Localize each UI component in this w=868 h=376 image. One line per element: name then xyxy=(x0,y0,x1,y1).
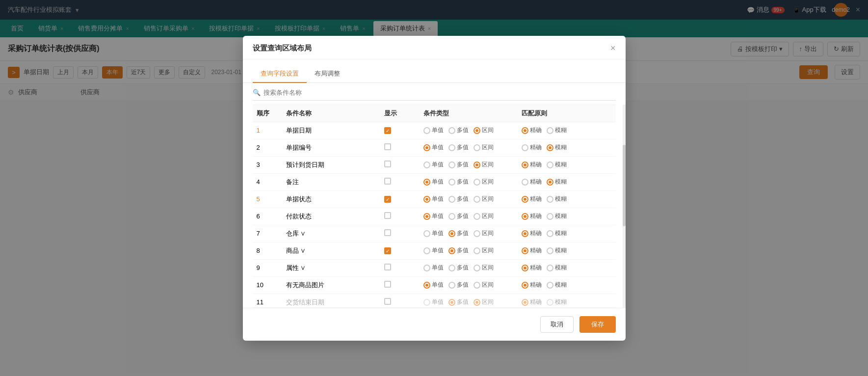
radio-exact-2[interactable]: 精确 xyxy=(522,143,542,152)
cancel-button[interactable]: 取消 xyxy=(540,316,574,333)
radio-exact-7[interactable]: 精确 xyxy=(522,229,542,238)
radio-range-8[interactable]: 区间 xyxy=(473,246,494,255)
radio-fuzzy-3[interactable]: 模糊 xyxy=(547,161,567,169)
radio-multi-10[interactable]: 多值 xyxy=(448,281,469,289)
radio-multi-3[interactable]: 多值 xyxy=(448,161,469,169)
row-9-display[interactable] xyxy=(380,264,420,272)
row-4-display[interactable] xyxy=(380,178,420,186)
radio-circle-checked xyxy=(423,179,430,186)
tab-query-fields[interactable]: 查询字段设置 xyxy=(253,65,307,83)
radio-fuzzy-2[interactable]: 模糊 xyxy=(547,143,567,152)
radio-single-10[interactable]: 单值 xyxy=(423,281,444,289)
radio-exact-9[interactable]: 精确 xyxy=(522,264,542,272)
radio-single-6[interactable]: 单值 xyxy=(423,212,444,220)
radio-fuzzy-10[interactable]: 模糊 xyxy=(547,281,567,289)
radio-fuzzy-4[interactable]: 模糊 xyxy=(547,178,567,186)
radio-circle-checked xyxy=(522,265,528,271)
radio-range-6[interactable]: 区间 xyxy=(473,212,494,220)
checkbox-8[interactable] xyxy=(384,247,391,254)
radio-fuzzy-11[interactable]: 模糊 xyxy=(547,298,567,306)
radio-multi-4[interactable]: 多值 xyxy=(448,178,469,186)
radio-single-3[interactable]: 单值 xyxy=(423,161,444,169)
radio-circle xyxy=(448,127,455,134)
radio-fuzzy-5[interactable]: 模糊 xyxy=(547,195,567,203)
row-11-display[interactable] xyxy=(380,298,420,306)
radio-single-2[interactable]: 单值 xyxy=(423,143,444,152)
row-2-display[interactable] xyxy=(380,143,420,152)
row-11-type: 单值 多值 区间 xyxy=(420,298,518,306)
scrollbar-track[interactable] xyxy=(623,105,626,308)
dialog-close-button[interactable]: × xyxy=(610,44,616,53)
row-5-name: 单据状态 xyxy=(282,195,380,204)
radio-exact-5[interactable]: 精确 xyxy=(522,195,542,203)
radio-exact-3[interactable]: 精确 xyxy=(522,161,542,169)
radio-multi-9[interactable]: 多值 xyxy=(448,264,469,272)
radio-circle-checked xyxy=(423,196,430,203)
radio-single-7[interactable]: 单值 xyxy=(423,229,444,238)
search-icon: 🔍 xyxy=(253,89,261,96)
radio-multi-11[interactable]: 多值 xyxy=(448,298,469,306)
radio-exact-6[interactable]: 精确 xyxy=(522,212,542,220)
row-10-display[interactable] xyxy=(380,281,420,289)
row-7-display[interactable] xyxy=(380,229,420,238)
radio-multi-1[interactable]: 多值 xyxy=(448,126,469,134)
radio-fuzzy-8[interactable]: 模糊 xyxy=(547,246,567,255)
checkbox-11[interactable] xyxy=(384,298,391,305)
checkbox-9[interactable] xyxy=(384,264,391,270)
tab-layout-adjust[interactable]: 布局调整 xyxy=(307,65,348,83)
row-3-display[interactable] xyxy=(380,161,420,169)
radio-range-3[interactable]: 区间 xyxy=(473,161,494,169)
radio-multi-6[interactable]: 多值 xyxy=(448,212,469,220)
radio-exact-8[interactable]: 精确 xyxy=(522,246,542,255)
radio-range-2[interactable]: 区间 xyxy=(473,143,494,152)
checkbox-10[interactable] xyxy=(384,281,391,288)
radio-single-9[interactable]: 单值 xyxy=(423,264,444,272)
dialog-header: 设置查询区域布局 × xyxy=(243,36,626,59)
checkbox-7[interactable] xyxy=(384,229,391,236)
radio-single-11[interactable]: 单值 xyxy=(423,298,444,306)
radio-range-9[interactable]: 区间 xyxy=(473,264,494,272)
scrollbar-thumb[interactable] xyxy=(623,145,626,226)
table-row: 2 单据编号 单值 多值 xyxy=(253,139,616,157)
radio-fuzzy-9[interactable]: 模糊 xyxy=(547,264,567,272)
checkbox-6[interactable] xyxy=(384,212,391,219)
row-4-type: 单值 多值 区间 xyxy=(420,178,518,186)
radio-exact-10[interactable]: 精确 xyxy=(522,281,542,289)
checkbox-1[interactable] xyxy=(384,127,391,134)
radio-single-5[interactable]: 单值 xyxy=(423,195,444,203)
radio-exact-4[interactable]: 精确 xyxy=(522,178,542,186)
radio-multi-7[interactable]: 多值 xyxy=(448,229,469,238)
radio-exact-11[interactable]: 精确 xyxy=(522,298,542,306)
radio-circle xyxy=(448,196,455,203)
radio-range-10[interactable]: 区间 xyxy=(473,281,494,289)
radio-range-4[interactable]: 区间 xyxy=(473,178,494,186)
radio-range-5[interactable]: 区间 xyxy=(473,195,494,203)
checkbox-3[interactable] xyxy=(384,161,391,167)
row-8-display[interactable] xyxy=(380,247,420,255)
row-6-display[interactable] xyxy=(380,212,420,220)
checkbox-2[interactable] xyxy=(384,143,391,150)
col-header-order: 顺序 xyxy=(253,109,282,118)
radio-multi-5[interactable]: 多值 xyxy=(448,195,469,203)
radio-range-1[interactable]: 区间 xyxy=(473,126,494,134)
table-row: 10 有无商品图片 单值 多值 xyxy=(253,277,616,294)
radio-multi-8[interactable]: 多值 xyxy=(448,246,469,255)
table-row: 3 预计到货日期 单值 多值 xyxy=(253,157,616,174)
save-button[interactable]: 保存 xyxy=(579,316,616,333)
radio-range-7[interactable]: 区间 xyxy=(473,229,494,238)
radio-circle-checked xyxy=(473,127,480,134)
radio-fuzzy-7[interactable]: 模糊 xyxy=(547,229,567,238)
search-input[interactable] xyxy=(263,89,616,96)
row-5-display[interactable] xyxy=(380,195,420,203)
radio-exact-1[interactable]: 精确 xyxy=(522,126,542,134)
checkbox-4[interactable] xyxy=(384,178,391,185)
row-1-display[interactable] xyxy=(380,127,420,134)
radio-fuzzy-6[interactable]: 模糊 xyxy=(547,212,567,220)
radio-fuzzy-1[interactable]: 模糊 xyxy=(547,126,567,134)
radio-single-8[interactable]: 单值 xyxy=(423,246,444,255)
radio-single-4[interactable]: 单值 xyxy=(423,178,444,186)
checkbox-5[interactable] xyxy=(384,196,391,203)
radio-multi-2[interactable]: 多值 xyxy=(448,143,469,152)
radio-range-11[interactable]: 区间 xyxy=(473,298,494,306)
radio-single-1[interactable]: 单值 xyxy=(423,126,444,134)
